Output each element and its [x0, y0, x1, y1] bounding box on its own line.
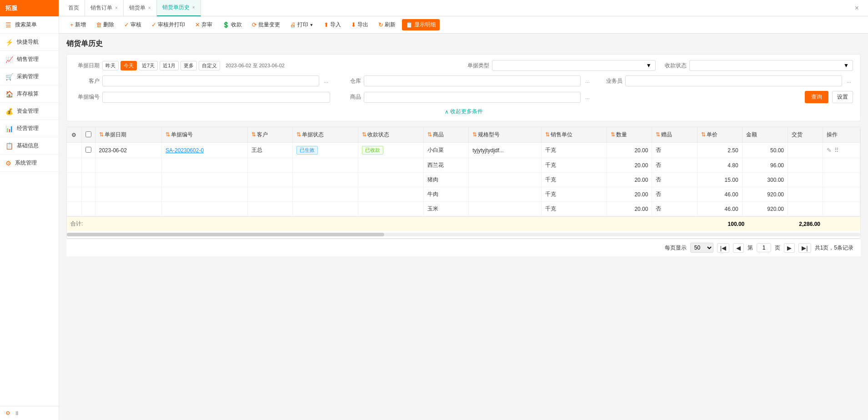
doc-type-select[interactable]: ▼ [492, 60, 656, 71]
horizontal-scrollbar[interactable] [67, 233, 860, 236]
col-settings[interactable]: ⚙ [67, 127, 81, 143]
close-all-tabs-btn[interactable]: × [849, 4, 864, 12]
sidebar-item-purchase-mgmt[interactable]: 🛒 采购管理 [0, 68, 59, 85]
product-ellipsis[interactable]: ... [583, 93, 592, 101]
row-number[interactable]: SA-20230602-0 [162, 143, 248, 158]
payment-status-filter-item: 收款状态 ▼ [661, 60, 853, 71]
tab-home[interactable]: 首页 [63, 0, 85, 16]
row-delivery [788, 187, 823, 202]
new-button[interactable]: + 新增 [66, 19, 90, 30]
next-page-btn[interactable]: ▶ [784, 243, 795, 253]
print-button[interactable]: 🖨 打印 ▼ [286, 19, 317, 30]
date-more-btn[interactable]: 更多 [181, 61, 197, 70]
col-number[interactable]: ⇅单据编号 [162, 127, 248, 143]
sidebar-item-search-menu[interactable]: ☰ 搜索菜单 [0, 16, 59, 34]
row-checkbox[interactable] [81, 143, 95, 158]
inventory-icon: 🏠 [5, 90, 13, 98]
row-number[interactable] [162, 187, 248, 202]
tab-sales-goods-close[interactable]: × [148, 5, 151, 10]
col-date[interactable]: ⇅单据日期 [95, 127, 162, 143]
date-today-btn[interactable]: 今天 [120, 61, 137, 70]
col-price[interactable]: ⇅单价 [697, 127, 742, 143]
date-7days-btn[interactable]: 近7天 [139, 61, 158, 70]
row-checkbox-input[interactable] [85, 147, 91, 153]
setting-button[interactable]: 设置 [832, 91, 853, 103]
col-pay-status[interactable]: ⇅收款状态 [358, 127, 424, 143]
refresh-button[interactable]: ↻ 刷新 [375, 19, 399, 30]
edit-icon[interactable]: ✎ [827, 147, 832, 154]
date-1month-btn[interactable]: 近1月 [160, 61, 179, 70]
col-product[interactable]: ⇅商品 [424, 127, 469, 143]
last-page-btn[interactable]: ▶| [798, 243, 811, 253]
audit-button[interactable]: ✓ 审核 [120, 19, 145, 30]
batch-change-button[interactable]: ⟳ 批量变更 [248, 19, 284, 30]
row-number[interactable] [162, 158, 248, 173]
warehouse-input[interactable] [364, 75, 581, 86]
tab-sales-history[interactable]: 销货单历史 × [157, 0, 201, 16]
row-checkbox[interactable] [81, 187, 95, 202]
select-all-checkbox[interactable] [85, 131, 91, 137]
row-action [823, 202, 860, 216]
collect-button[interactable]: 💲 收款 [219, 19, 246, 30]
salesperson-input[interactable] [625, 75, 842, 86]
sidebar-item-quick-nav[interactable]: ⚡ 快捷导航 [0, 34, 59, 51]
tab-sales-history-close[interactable]: × [192, 5, 195, 10]
scrollbar-thumb[interactable] [67, 233, 384, 236]
sidebar-item-finance-mgmt[interactable]: 💰 资金管理 [0, 103, 59, 120]
col-unit[interactable]: ⇅销售单位 [542, 127, 607, 143]
row-checkbox[interactable] [81, 202, 95, 216]
row-checkbox[interactable] [81, 158, 95, 173]
sidebar-item-ops-mgmt[interactable]: 📊 经营管理 [0, 120, 59, 137]
date-custom-btn[interactable]: 自定义 [199, 61, 220, 70]
tab-sales-order-close[interactable]: × [115, 5, 118, 10]
import-label: 导入 [330, 21, 341, 29]
delete-button[interactable]: 🗑 删除 [92, 19, 118, 30]
col-customer[interactable]: ⇅客户 [248, 127, 293, 143]
row-checkbox[interactable] [81, 173, 95, 187]
settings-icon[interactable]: ⚙ [5, 410, 10, 416]
tab-sales-order[interactable]: 销售订单 × [85, 0, 124, 16]
import-button[interactable]: ⬆ 导入 [320, 19, 345, 30]
show-detail-button[interactable]: 📋 显示明细 [402, 19, 440, 30]
payment-status-select[interactable]: ▼ [689, 60, 853, 71]
tab-sales-order-label: 销售订单 [90, 4, 112, 12]
warehouse-ellipsis[interactable]: ... [583, 77, 592, 85]
doc-number-input[interactable] [102, 92, 330, 103]
sidebar-item-base-info[interactable]: 📋 基础信息 [0, 137, 59, 155]
refresh-label: 刷新 [385, 21, 396, 29]
doc-number-link[interactable]: SA-20230602-0 [166, 147, 204, 154]
col-checkbox[interactable] [81, 127, 95, 143]
col-spec[interactable]: ⇅规格型号 [469, 127, 542, 143]
export-button[interactable]: ⬇ 导出 [347, 19, 372, 30]
row-number[interactable] [162, 173, 248, 187]
col-qty[interactable]: ⇅数量 [607, 127, 652, 143]
salesperson-ellipsis[interactable]: ... [845, 77, 853, 85]
filter-actions: ∧ 收起更多条件 [74, 108, 853, 115]
date-yesterday-btn[interactable]: 昨天 [102, 61, 119, 70]
product-input[interactable] [364, 92, 581, 103]
tab-bar: 首页 销售订单 × 销货单 × 销货单历史 × × [59, 0, 868, 16]
collapse-button[interactable]: ∧ 收起更多条件 [445, 108, 483, 115]
query-button[interactable]: 查询 [805, 91, 828, 103]
page-input[interactable] [757, 243, 771, 252]
row-gift: 否 [652, 187, 697, 202]
batch-change-label: 批量变更 [258, 21, 280, 29]
row-number[interactable] [162, 202, 248, 216]
collapse-icon[interactable]: ⏸ [14, 410, 20, 416]
abandon-button[interactable]: ✕ 弃审 [191, 19, 216, 30]
audit-print-button[interactable]: ✓ 审核并打印 [148, 19, 189, 30]
sidebar-item-inventory[interactable]: 🏠 库存核算 [0, 85, 59, 103]
per-page-select[interactable]: 50 100 200 [690, 243, 713, 253]
sidebar-item-sales-mgmt[interactable]: 📈 销售管理 [0, 51, 59, 68]
first-page-btn[interactable]: |◀ [717, 243, 729, 253]
customer-ellipsis[interactable]: ... [322, 77, 330, 85]
col-doc-status[interactable]: ⇅单据状态 [293, 127, 358, 143]
row-settings [67, 143, 81, 158]
col-gift[interactable]: ⇅赠品 [652, 127, 697, 143]
tab-sales-goods[interactable]: 销货单 × [124, 0, 157, 16]
prev-page-btn[interactable]: ◀ [733, 243, 744, 253]
customer-input[interactable] [102, 75, 319, 86]
sidebar-item-sys-mgmt[interactable]: ⚙ 系统管理 [0, 155, 59, 172]
row-delivery [788, 143, 823, 158]
more-icon[interactable]: ⠿ [834, 147, 839, 154]
